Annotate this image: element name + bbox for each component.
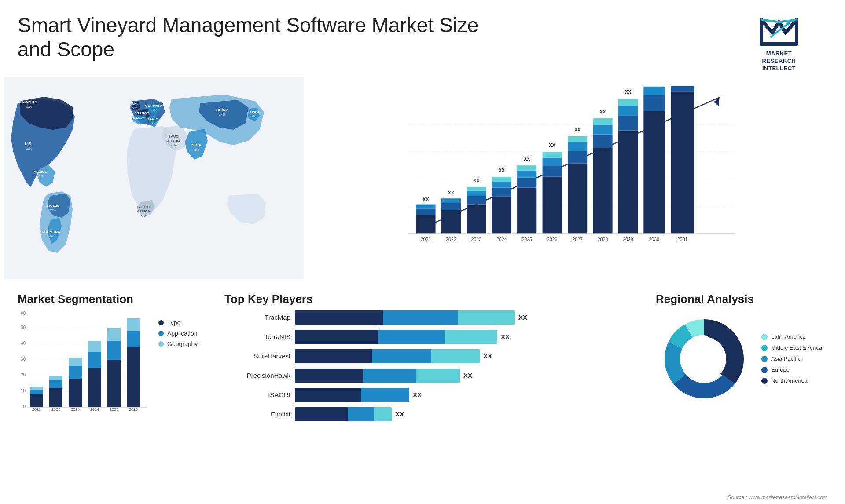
bar-seg3 (416, 369, 460, 383)
player-bar-wrap-isagri: XX (295, 388, 638, 402)
svg-rect-135 (107, 341, 121, 360)
svg-rect-101 (671, 86, 694, 91)
svg-rect-85 (593, 125, 612, 134)
regional-label-latin: Latin America (771, 333, 806, 340)
svg-text:xx%: xx% (131, 106, 137, 110)
player-bar-precisionhawk (295, 369, 460, 383)
svg-text:xx%: xx% (219, 113, 225, 117)
svg-rect-66 (517, 177, 536, 187)
bar-seg1 (295, 349, 372, 363)
svg-rect-118 (30, 394, 43, 407)
svg-rect-78 (568, 151, 587, 163)
svg-text:XX: XX (599, 109, 606, 114)
segmentation-title: Market Segmentation (18, 292, 202, 306)
svg-rect-90 (618, 116, 638, 131)
map-container: CANADA xx% U.S. xx% MEXICO xx% BRAZIL xx… (4, 77, 304, 279)
svg-rect-43 (416, 215, 435, 233)
svg-text:xx%: xx% (37, 175, 43, 178)
source-text: Source : www.marketresearchintellect.com (727, 494, 827, 500)
bar-chart-container: XX 2021 XX 2022 XX 2023 XX 2024 (304, 77, 841, 279)
svg-text:FRANCE: FRANCE (134, 111, 149, 115)
svg-rect-44 (416, 208, 435, 215)
svg-rect-54 (467, 196, 486, 205)
svg-rect-56 (467, 186, 486, 190)
players-title: Top Key Players (224, 292, 638, 306)
svg-rect-119 (30, 390, 43, 394)
svg-text:xx%: xx% (139, 116, 144, 119)
svg-rect-89 (618, 130, 638, 233)
svg-text:xx%: xx% (140, 214, 146, 217)
svg-text:xx%: xx% (130, 121, 136, 124)
svg-rect-80 (568, 136, 587, 142)
svg-text:2027: 2027 (572, 237, 583, 242)
player-val-precisionhawk: XX (463, 372, 472, 379)
svg-rect-124 (49, 376, 62, 380)
svg-text:U.K.: U.K. (131, 102, 138, 106)
svg-text:2026: 2026 (129, 407, 138, 412)
player-name-isagri: ISAGRI (224, 391, 290, 398)
svg-text:xx%: xx% (25, 105, 32, 109)
svg-text:2024: 2024 (90, 407, 99, 412)
svg-rect-84 (593, 134, 612, 148)
svg-text:xx%: xx% (47, 235, 52, 238)
svg-rect-62 (492, 176, 511, 181)
svg-text:2025: 2025 (522, 237, 532, 242)
svg-text:xx%: xx% (192, 148, 199, 152)
svg-rect-59 (492, 197, 511, 234)
logo-box: MARKET RESEARCH INTELLECT (731, 13, 827, 73)
svg-text:SPAIN: SPAIN (128, 116, 139, 120)
player-bar-wrap-sureharvest: XX (295, 349, 638, 363)
svg-rect-139 (127, 331, 140, 347)
logo-icon (757, 13, 801, 48)
svg-text:2021: 2021 (32, 407, 41, 412)
bar-seg2 (348, 407, 374, 421)
svg-text:xx%: xx% (25, 146, 32, 150)
svg-text:XX: XX (473, 178, 479, 183)
bar-seg3 (445, 330, 497, 344)
svg-marker-0 (761, 20, 797, 44)
svg-text:JAPAN: JAPAN (247, 110, 259, 114)
svg-rect-122 (49, 388, 62, 407)
bar-seg2 (361, 388, 409, 402)
svg-text:2023: 2023 (71, 407, 80, 412)
bar-seg2 (372, 349, 431, 363)
player-bar-elmibit (295, 407, 392, 421)
bar-seg3 (431, 349, 480, 363)
header: Smart Vineyard Management Software Marke… (0, 0, 845, 77)
svg-text:MEXICO: MEXICO (33, 170, 48, 174)
svg-text:2022: 2022 (446, 237, 456, 242)
svg-text:ARGENTINA: ARGENTINA (39, 230, 60, 234)
regional-label-mea: Middle East & Africa (771, 344, 822, 351)
legend-dot-application (158, 331, 164, 336)
svg-rect-123 (49, 380, 62, 388)
svg-text:xx%: xx% (150, 122, 156, 125)
svg-rect-95 (643, 111, 665, 233)
segmentation-chart: 0 10 20 30 40 50 60 2021 (18, 310, 150, 416)
bar-seg2 (383, 310, 458, 325)
svg-rect-55 (467, 190, 486, 196)
legend-label-type: Type (167, 319, 180, 326)
svg-rect-73 (543, 157, 562, 165)
svg-rect-136 (107, 328, 121, 341)
bar-seg1 (295, 369, 363, 383)
svg-rect-86 (593, 118, 612, 125)
svg-rect-74 (543, 152, 562, 157)
regional-label-na: North America (771, 377, 807, 384)
player-val-isagri: XX (413, 391, 422, 398)
regional-dot-na (761, 378, 768, 384)
svg-text:GERMANY: GERMANY (145, 104, 164, 108)
svg-rect-120 (30, 387, 43, 390)
svg-text:30: 30 (21, 357, 26, 362)
legend-item-geography: Geography (158, 340, 198, 347)
bar-chart-svg: XX 2021 XX 2022 XX 2023 XX 2024 (312, 86, 823, 253)
regional-legend: Latin America Middle East & Africa Asia … (761, 333, 822, 384)
svg-rect-96 (643, 95, 665, 111)
svg-text:2021: 2021 (421, 237, 431, 242)
player-name-precisionhawk: PrecisionHawk (224, 372, 290, 379)
player-name-terranis: TerraNIS (224, 333, 290, 340)
svg-rect-53 (467, 204, 486, 233)
svg-text:XX: XX (549, 142, 555, 147)
svg-rect-61 (492, 181, 511, 187)
svg-text:xx%: xx% (250, 115, 256, 118)
bottom-section: Market Segmentation 0 10 20 30 40 50 60 (0, 288, 845, 504)
